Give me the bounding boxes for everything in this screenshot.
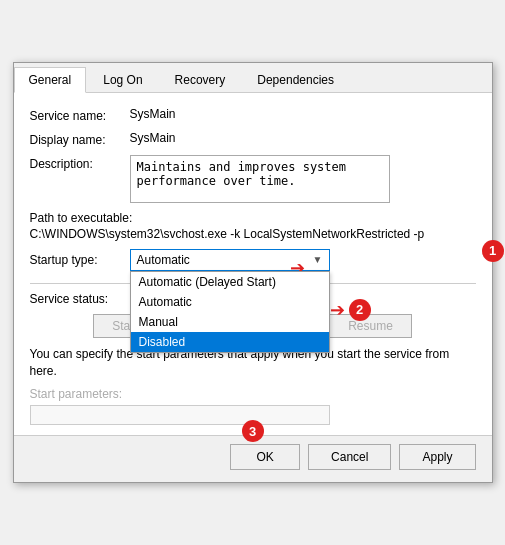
badge-2-container: ➔ 2	[330, 299, 371, 321]
display-name-row: Display name: SysMain	[30, 131, 476, 147]
tab-general[interactable]: General	[14, 67, 87, 93]
service-name-label: Service name:	[30, 107, 130, 123]
badge-2: 2	[349, 299, 371, 321]
description-row: Description: Maintains and improves syst…	[30, 155, 476, 203]
tab-recovery[interactable]: Recovery	[160, 67, 241, 92]
ok-button[interactable]: OK	[230, 444, 300, 470]
startup-type-label: Startup type:	[30, 253, 130, 267]
startup-type-selected-value: Automatic	[137, 253, 190, 267]
start-params-input[interactable]	[30, 405, 330, 425]
badge-3: 3	[242, 420, 264, 442]
description-textarea[interactable]: Maintains and improves system performanc…	[130, 155, 390, 203]
dropdown-option-delayed[interactable]: Automatic (Delayed Start)	[131, 272, 329, 292]
service-status-label: Service status:	[30, 292, 130, 306]
start-params-label: Start parameters:	[30, 387, 476, 401]
tab-dependencies[interactable]: Dependencies	[242, 67, 349, 92]
display-name-value: SysMain	[130, 131, 176, 145]
path-section: Path to executable: C:\WINDOWS\system32\…	[30, 211, 476, 241]
description-label: Description:	[30, 155, 130, 171]
service-dialog: General Log On Recovery Dependencies Ser…	[13, 62, 493, 484]
apply-button[interactable]: Apply	[399, 444, 475, 470]
display-name-label: Display name:	[30, 131, 130, 147]
badge-1: 1	[482, 240, 504, 262]
service-name-value: SysMain	[130, 107, 176, 121]
path-label: Path to executable:	[30, 211, 476, 225]
dropdown-option-manual[interactable]: Manual	[131, 312, 329, 332]
tab-logon[interactable]: Log On	[88, 67, 157, 92]
dropdown-arrow-icon: ▼	[313, 254, 323, 265]
startup-dropdown-list: Automatic (Delayed Start) Automatic Manu…	[130, 271, 330, 353]
service-name-row: Service name: SysMain	[30, 107, 476, 123]
cancel-button[interactable]: Cancel	[308, 444, 391, 470]
path-value: C:\WINDOWS\system32\svchost.exe -k Local…	[30, 227, 476, 241]
tab-content: Service name: SysMain Display name: SysM…	[14, 93, 492, 436]
tab-bar: General Log On Recovery Dependencies	[14, 63, 492, 93]
dialog-footer: 3 OK Cancel Apply	[14, 435, 492, 482]
dropdown-option-automatic[interactable]: Automatic	[131, 292, 329, 312]
dropdown-option-disabled[interactable]: Disabled	[131, 332, 329, 352]
